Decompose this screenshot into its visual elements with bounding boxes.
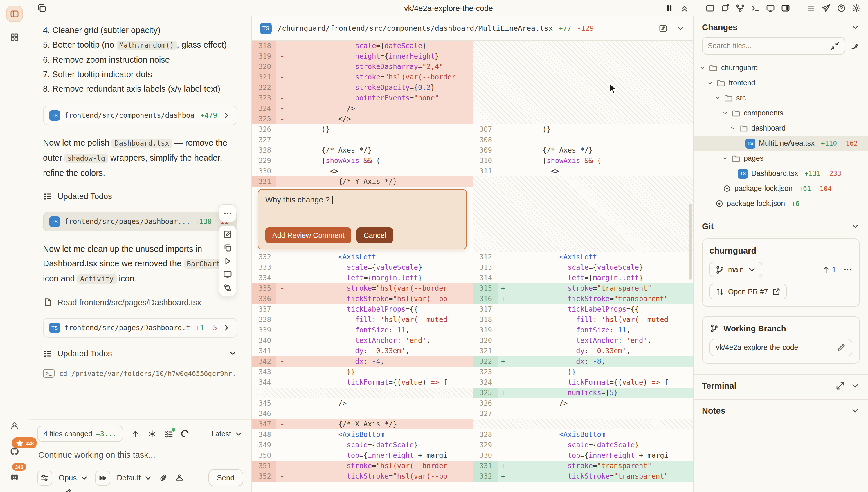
diff-line[interactable]: 344 tickFormat={(value) => f [252,377,472,388]
diff-line[interactable]: 324 tickFormat={(value) => f [473,377,693,388]
diff-line[interactable]: 325+ numTicks={5} [473,388,693,398]
diff-line[interactable]: 315+ stroke="transparent" [473,283,693,294]
diff-line[interactable]: 338 fill: 'hsl(var(--muted [252,315,472,325]
options-button[interactable] [37,470,52,485]
diff-line[interactable]: 329 scale={dateScale} [473,440,693,450]
diff-line[interactable]: 320 textAnchor: 'end', [473,335,693,346]
cancel-button[interactable]: Cancel [357,227,393,243]
diff-line[interactable]: 308 [473,134,693,145]
chevron-down-icon[interactable] [228,349,237,358]
diff-line[interactable]: 347- {/* X Axis */} [252,419,472,429]
terminal-command-row[interactable]: >_ cd /private/var/folders/10/h7w0q46556… [43,369,237,378]
mode-dropdown[interactable]: Default [117,473,153,483]
tree-folder[interactable]: pages [694,151,868,166]
diff-line[interactable]: 345 /> [252,398,472,409]
diff-line[interactable]: 321- stroke="hsl(var(--border [252,72,472,82]
comment-input[interactable]: Why this change ? [265,196,459,204]
diff-line[interactable]: 333 scale={valueScale} [252,262,472,273]
diff-line[interactable]: 307 )} [473,124,693,134]
expand-icon[interactable] [836,381,845,391]
tree-folder[interactable]: dashboard [694,121,868,136]
terminal-icon[interactable] [751,3,760,13]
diff-line[interactable]: 336- tickStroke="hsl(var(--bo [252,294,472,304]
diff-line[interactable]: 335- stroke="hsl(var(--border [252,283,472,294]
more-options-icon[interactable] [843,265,852,274]
add-review-comment-button[interactable]: Add Review Comment [265,227,352,243]
diff-line[interactable]: 342- dx: -4, [252,356,472,367]
diff-line[interactable]: 316+ tickStroke="transparent" [473,294,693,304]
tree-file[interactable]: TSMultiLineArea.tsx+110-162 [694,136,868,151]
diff-line[interactable]: 348 <AxisBottom [252,429,472,440]
diff-line[interactable]: 328 {/* Axes */} [252,145,472,155]
chevron-down-icon[interactable] [715,95,721,101]
file-change-chip[interactable]: TS frontend/src/pages/Dashboard.tsx +1 -… [43,318,237,338]
monitor-icon[interactable] [766,3,775,13]
diff-line[interactable]: 319- height={innerHeight} [252,51,472,62]
diff-line[interactable]: 318 fill: 'hsl(var(--muted [473,315,693,325]
diff-line[interactable]: 331- {/* Y Axis */} [252,176,472,187]
chevron-down-icon[interactable] [700,65,705,71]
terminal-section-header[interactable]: Terminal [694,374,868,396]
diff-line[interactable]: 326 /> [473,398,693,409]
compare-button[interactable] [221,281,234,294]
account-button[interactable] [6,418,23,434]
discord-button[interactable] [6,469,23,485]
tree-file[interactable]: TSDashboard.tsx+131-233 [694,166,868,181]
diff-line[interactable]: 311 <> [473,166,693,176]
diff-line[interactable]: 346 [252,409,472,419]
diff-line[interactable]: 351- stroke="hsl(var(--border [252,461,472,471]
collapse-icon[interactable] [680,3,689,13]
active-workspace-button[interactable] [6,6,23,22]
diff-line[interactable]: 322+ dx: -8, [473,356,693,367]
ahead-count[interactable]: 1 [822,265,836,274]
chevron-down-icon[interactable] [722,155,728,161]
menu-icon[interactable] [806,3,816,13]
diff-line[interactable]: 321 dy: '0.33em', [473,346,693,356]
diff-line[interactable]: 341 dy: '0.33em', [252,346,472,356]
diff-line[interactable]: 331+ stroke="transparent" [473,461,693,471]
changes-section-header[interactable]: Changes [694,16,868,37]
bird-icon[interactable] [850,41,860,50]
scroll-up-icon[interactable] [131,429,140,438]
notes-section-header[interactable]: Notes [694,399,868,421]
edit-icon[interactable] [837,343,846,352]
updated-todos-row[interactable]: Updated Todos [43,349,237,358]
diff-line[interactable]: 319 fontSize: 11, [473,325,693,335]
todos-status-icon[interactable] [164,429,173,438]
panel-left-icon[interactable] [705,3,715,13]
file-change-chip-selected[interactable]: TS frontend/src/pages/Dashboar... +130 -… [43,212,237,231]
copy-button[interactable] [221,241,234,254]
diff-line[interactable]: 314 left={margin.left} [473,273,693,283]
files-changed-chip[interactable]: 4 files changed +3... [37,426,123,442]
chevron-down-icon[interactable] [850,381,860,391]
diff-line[interactable]: 323- pointerEvents="none" [252,93,472,103]
preview-button[interactable] [221,268,234,281]
attachment-icon[interactable] [159,473,169,483]
collapse-tree-icon[interactable] [830,41,840,50]
edit-icon[interactable] [63,488,72,492]
scrollbar-thumb[interactable] [688,204,692,280]
window-tabs-icon[interactable] [37,3,46,13]
diff-line[interactable]: 322- strokeOpacity={0.2} [252,82,472,93]
annotate-icon[interactable] [658,24,668,33]
run-button[interactable] [221,254,234,268]
asterisk-icon[interactable] [147,429,157,438]
git-network-icon[interactable] [736,3,745,13]
diff-line[interactable]: 323 }} [473,367,693,377]
chevron-down-icon[interactable] [850,406,860,415]
chevron-down-icon[interactable] [850,222,860,231]
settings-icon[interactable] [852,3,861,13]
file-change-chip[interactable]: TS frontend/src/components/dashboa... +4… [43,105,237,125]
diff-line[interactable]: 326 )} [252,124,472,134]
chevron-down-icon[interactable] [722,110,728,116]
working-branch-input[interactable]: vk/4e2a-explore-the-code [709,339,852,356]
more-options-button[interactable] [221,206,234,220]
git-section-header[interactable]: Git [694,215,868,236]
tree-file[interactable]: package-lock.json+6 [694,196,868,211]
share-icon[interactable] [822,3,831,13]
tree-folder[interactable]: components [694,105,868,121]
diff-line[interactable]: 330 top={innerHeight + margi [473,450,693,461]
diff-line[interactable]: 339 fontSize: 11, [252,325,472,335]
message-input[interactable]: Continue working on this task... [37,442,243,469]
chevron-down-icon[interactable] [730,125,736,131]
